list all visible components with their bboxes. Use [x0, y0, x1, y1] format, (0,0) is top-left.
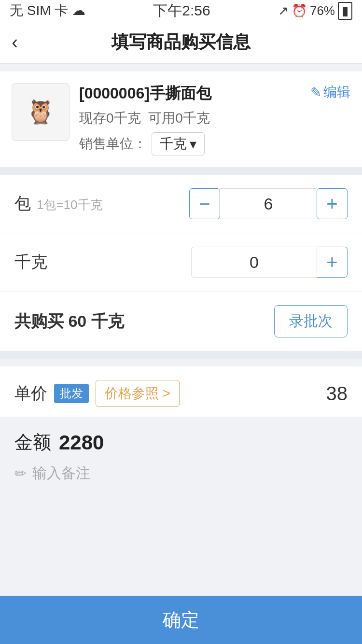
package-minus-button[interactable]: −	[189, 188, 220, 219]
remark-row[interactable]: ✏ 输入备注	[14, 463, 348, 483]
status-right: ↗ ⏰ 76% ▮	[278, 2, 352, 20]
price-type-tag: 批发	[54, 384, 89, 403]
product-unit-row: 销售单位： 千克 ▾	[79, 132, 350, 155]
separator-1	[0, 167, 362, 175]
amount-value: 2280	[59, 431, 104, 454]
status-bar: 无 SIM 卡 ☁ 下午2:56 ↗ ⏰ 76% ▮	[0, 0, 362, 21]
price-section: 单价 批发 价格参照 > 38	[0, 366, 362, 417]
product-info: [0000006]手撕面包 ✎ 编辑 现存0千克 可用0千克 销售单位： 千克 …	[79, 83, 350, 155]
package-quantity-input[interactable]	[220, 188, 317, 219]
nav-bar: ‹ 填写商品购买信息	[0, 21, 362, 64]
edit-icon: ✎	[310, 84, 321, 100]
package-controls: − +	[189, 188, 348, 219]
page-title: 填写商品购买信息	[111, 30, 251, 54]
product-stock: 现存0千克 可用0千克	[79, 109, 350, 127]
batch-button[interactable]: 录批次	[274, 305, 348, 337]
kg-label: 千克	[14, 251, 47, 273]
status-time: 下午2:56	[153, 1, 210, 21]
package-label: 包 1包=10千克	[14, 193, 103, 215]
remark-label: 输入备注	[32, 463, 90, 483]
amount-label: 金额	[14, 430, 51, 455]
kg-quantity-input[interactable]	[191, 247, 317, 278]
product-image: 🦉	[12, 83, 70, 141]
price-label: 单价 批发 价格参照 >	[14, 380, 180, 407]
summary-quantity: 60	[68, 312, 86, 330]
kg-controls: +	[191, 247, 348, 278]
summary-row: 共购买 60 千克 录批次	[0, 292, 362, 351]
product-name-row: [0000006]手撕面包 ✎ 编辑	[79, 83, 350, 104]
input-section: 包 1包=10千克 − + 千克 + 共购买 60 千克 录批次	[0, 175, 362, 351]
package-input-row: 包 1包=10千克 − +	[0, 175, 362, 233]
price-row: 单价 批发 价格参照 > 38	[14, 380, 348, 407]
alarm-icon: ⏰	[292, 3, 307, 18]
separator-2	[0, 351, 362, 359]
price-reference-button[interactable]: 价格参照 >	[96, 380, 180, 407]
back-button[interactable]: ‹	[12, 31, 18, 53]
product-name: [0000006]手撕面包	[79, 83, 310, 104]
unit-select[interactable]: 千克 ▾	[152, 132, 205, 155]
chevron-down-icon: ▾	[190, 136, 196, 152]
summary-text: 共购买 60 千克	[14, 310, 124, 333]
pencil-icon: ✏	[14, 465, 27, 482]
battery-status: 76%	[310, 3, 335, 18]
amount-row: 金额 2280	[14, 430, 348, 455]
edit-button[interactable]: ✎ 编辑	[310, 83, 350, 101]
location-icon: ↗	[278, 3, 289, 18]
confirm-button[interactable]: 确定	[0, 596, 362, 644]
kg-plus-button[interactable]: +	[317, 247, 348, 278]
bottom-padding	[0, 483, 362, 532]
price-value: 38	[326, 383, 348, 405]
package-plus-button[interactable]: +	[317, 188, 348, 219]
kg-input-row: 千克 +	[0, 233, 362, 292]
sim-status: 无 SIM 卡 ☁	[10, 1, 85, 20]
amount-section: 金额 2280 ✏ 输入备注	[0, 417, 362, 483]
package-hint: 1包=10千克	[37, 196, 103, 213]
product-logo-icon: 🦉	[26, 98, 55, 126]
status-left: 无 SIM 卡 ☁	[10, 1, 85, 20]
product-card: 🦉 [0000006]手撕面包 ✎ 编辑 现存0千克 可用0千克 销售单位： 千…	[0, 71, 362, 167]
battery-icon: ▮	[338, 2, 352, 20]
